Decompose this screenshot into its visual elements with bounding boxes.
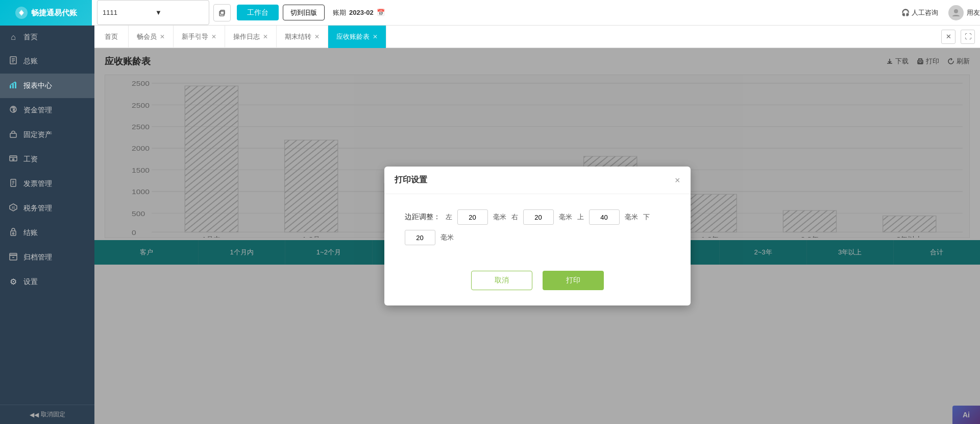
settings-icon: ⚙ — [8, 277, 18, 287]
sidebar-item-funds[interactable]: 资金管理 — [0, 98, 94, 123]
svg-rect-13 — [10, 133, 16, 137]
sidebar-item-assets[interactable]: 固定资产 — [0, 123, 94, 147]
svg-rect-25 — [10, 253, 17, 255]
sidebar-item-settings[interactable]: ⚙ 设置 — [0, 270, 94, 294]
tab-period-end[interactable]: 期末结转 ✕ — [277, 26, 328, 48]
sidebar-item-closing[interactable]: 结账 — [0, 221, 94, 245]
copy-icon-button[interactable] — [213, 4, 231, 21]
bottom-direction-label: 下 — [643, 213, 650, 222]
content-area: 首页 畅会员 ✕ 新手引导 ✕ 操作日志 ✕ 期末结转 ✕ 应收账龄表 ✕ — [94, 26, 980, 424]
page-content: 应收账龄表 下载 — [94, 48, 980, 424]
copy-icon — [218, 9, 226, 17]
tab-close-oplog[interactable]: ✕ — [263, 34, 268, 40]
right-direction-label: 右 — [511, 213, 518, 222]
calendar-icon[interactable]: 📅 — [377, 9, 385, 16]
tab-close-vip[interactable]: ✕ — [160, 34, 165, 40]
svg-rect-10 — [12, 84, 14, 88]
assets-icon — [8, 130, 18, 140]
sidebar-item-ledger[interactable]: 总账 — [0, 49, 94, 74]
dialog-footer: 取消 打印 — [384, 261, 691, 305]
sidebar-item-tax[interactable]: 税 税务管理 — [0, 196, 94, 221]
period-label: 账期 — [333, 8, 346, 17]
svg-rect-9 — [10, 85, 11, 88]
pin-icon: ◀◀ — [30, 411, 39, 418]
headset-icon: 🎧 — [901, 9, 910, 16]
print-settings-dialog: 打印设置 × 边距调整： 左 毫米 右 毫米 上 — [384, 167, 691, 305]
right-margin-input[interactable] — [523, 209, 554, 225]
svg-point-1 — [20, 11, 23, 14]
funds-icon — [8, 105, 18, 115]
dialog-title: 打印设置 — [395, 175, 675, 185]
salary-icon — [8, 154, 18, 164]
margin-label: 边距调整： — [405, 213, 440, 222]
tab-ar-aging[interactable]: 应收账龄表 ✕ — [328, 26, 386, 48]
tab-oplog[interactable]: 操作日志 ✕ — [225, 26, 277, 48]
switch-old-button[interactable]: 切到旧版 — [283, 5, 325, 20]
left-direction-label: 左 — [446, 213, 452, 222]
svg-point-4 — [954, 9, 958, 13]
sidebar-scroll: ⌂ 首页 总账 — [0, 26, 94, 405]
right-unit-label: 毫米 — [559, 213, 572, 222]
tax-icon: 税 — [8, 203, 18, 214]
sidebar-item-home[interactable]: ⌂ 首页 — [0, 26, 94, 49]
logo: 畅捷通易代账 — [0, 0, 92, 26]
modal-overlay: 打印设置 × 边距调整： 左 毫米 右 毫米 上 — [94, 48, 980, 424]
workbench-button[interactable]: 工作台 — [237, 5, 279, 20]
svg-text:税: 税 — [12, 206, 15, 209]
tab-home[interactable]: 首页 — [100, 26, 129, 48]
top-unit-label: 毫米 — [625, 213, 638, 222]
svg-rect-11 — [15, 82, 16, 88]
margin-form-row: 边距调整： 左 毫米 右 毫米 上 毫米 下 毫米 — [405, 209, 670, 245]
cancel-button[interactable]: 取消 — [471, 271, 532, 290]
sidebar-collapse-button[interactable]: ◀◀ 取消固定 — [0, 405, 94, 424]
sidebar-item-reports[interactable]: 报表中心 — [0, 74, 94, 98]
service-button[interactable]: 🎧 人工咨询 — [901, 8, 938, 17]
archive-icon — [8, 252, 18, 263]
tab-close-period-end[interactable]: ✕ — [314, 34, 320, 40]
bottom-margin-input[interactable] — [405, 230, 435, 245]
home-icon: ⌂ — [8, 33, 18, 42]
sidebar-item-invoice[interactable]: 发票管理 — [0, 172, 94, 196]
closing-icon — [8, 228, 18, 238]
avatar — [948, 5, 964, 20]
tab-close-guide[interactable]: ✕ — [211, 34, 216, 40]
dialog-body: 边距调整： 左 毫米 右 毫米 上 毫米 下 毫米 — [384, 194, 691, 261]
tab-guide[interactable]: 新手引导 ✕ — [174, 26, 225, 48]
tab-bar: 首页 畅会员 ✕ 新手引导 ✕ 操作日志 ✕ 期末结转 ✕ 应收账龄表 ✕ — [94, 26, 980, 48]
top-direction-label: 上 — [577, 213, 584, 222]
sidebar-item-archive[interactable]: 归档管理 — [0, 245, 94, 270]
svg-point-23 — [13, 233, 14, 234]
sidebar-item-salary[interactable]: 工资 — [0, 147, 94, 172]
bottom-unit-label: 毫米 — [440, 233, 454, 242]
top-margin-input[interactable] — [589, 209, 620, 225]
period-value: 2023-02 — [349, 9, 374, 16]
left-unit-label: 毫米 — [493, 213, 506, 222]
dialog-header: 打印设置 × — [384, 167, 691, 194]
logo-icon — [15, 6, 28, 19]
left-margin-input[interactable] — [457, 209, 488, 225]
tab-close-ar-aging[interactable]: ✕ — [373, 34, 378, 40]
tab-close-window-button[interactable]: ✕ — [941, 30, 955, 44]
svg-rect-22 — [11, 231, 16, 235]
user-menu[interactable]: 用友 — [948, 5, 980, 20]
invoice-icon — [8, 179, 18, 189]
svg-point-16 — [13, 159, 14, 160]
tab-vip[interactable]: 畅会员 ✕ — [129, 26, 174, 48]
tab-expand-button[interactable]: ⛶ — [961, 30, 975, 44]
dialog-close-button[interactable]: × — [675, 176, 680, 185]
company-selector[interactable]: 1111 ▼ — [97, 0, 209, 25]
dialog-print-button[interactable]: 打印 — [543, 271, 604, 290]
tab-actions: ✕ ⛶ — [941, 30, 975, 44]
reports-icon — [8, 81, 18, 91]
ledger-icon — [8, 56, 18, 66]
dropdown-arrow-icon: ▼ — [155, 9, 204, 16]
sidebar: ⌂ 首页 总账 — [0, 26, 94, 424]
